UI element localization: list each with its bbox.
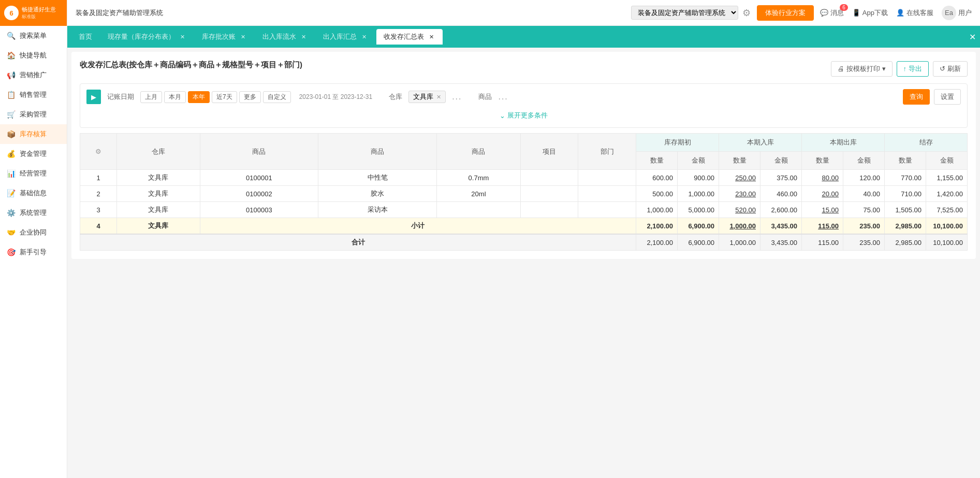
experience-btn[interactable]: 体验行业方案: [757, 5, 814, 21]
table-body: 1 文具库 0100001 中性笔 0.7mm 600.00 900.00 25…: [80, 170, 968, 235]
user-action[interactable]: Ea 用户: [942, 6, 972, 20]
sidebar-item-search[interactable]: 🔍 搜索菜单: [0, 26, 67, 46]
print-dropdown-icon: ▾: [882, 65, 886, 73]
phone-icon: 📱: [852, 9, 860, 17]
page-title: 收发存汇总表(按仓库＋商品编码＋商品＋规格型号＋项目＋部门): [80, 60, 302, 70]
close-tab-inout-summary[interactable]: ✕: [360, 33, 368, 41]
sidebar-item-system[interactable]: ⚙️ 系统管理: [0, 203, 67, 223]
online-service-action[interactable]: 👤 在线客服: [896, 8, 933, 18]
close-tab-recv-send-summary[interactable]: ✕: [427, 33, 435, 41]
tab-inout-flow[interactable]: 出入库流水✕: [255, 29, 315, 45]
row-out-qty[interactable]: 20.00: [802, 186, 843, 202]
close-tab-icon[interactable]: ✕: [969, 32, 976, 42]
service-icon: 👤: [896, 9, 904, 17]
user-avatar: Ea: [942, 6, 956, 20]
query-btn[interactable]: 查询: [903, 89, 930, 105]
tab-label-batch: 库存批次账: [202, 32, 236, 41]
sub-in-qty: 1,000.00: [719, 218, 760, 235]
messages-action[interactable]: 💬 消息 6: [820, 8, 844, 18]
sidebar-item-sales[interactable]: 📋 销售管理: [0, 85, 67, 105]
filter-bar: ▶ 记账日期 上月本月本年近7天更多自定义 2023-01-01 至 2023-…: [80, 83, 968, 128]
row-in-qty[interactable]: 250.00: [719, 170, 760, 186]
row-in-qty[interactable]: 520.00: [719, 202, 760, 218]
row-out-amt: 120.00: [843, 170, 885, 186]
row-close-amt: 1,155.00: [926, 170, 968, 186]
row-in-amt: 2,600.00: [760, 202, 802, 218]
finance-icon: 💰: [6, 149, 16, 158]
system-icon: ⚙️: [6, 208, 16, 218]
tab-inout-summary[interactable]: 出入库汇总✕: [316, 29, 375, 45]
top-header: 装备及固定资产辅助管理系统 装备及固定资产辅助管理系统 ⚙ 体验行业方案 💬 消…: [67, 0, 980, 26]
row-open-qty: 500.00: [636, 186, 678, 202]
date-label: 记账日期: [107, 92, 134, 102]
export-icon: ↑: [903, 65, 907, 73]
sidebar-label-marketing: 营销推广: [20, 70, 47, 80]
print-btn[interactable]: 🖨 按模板打印 ▾: [831, 61, 893, 77]
th-open-qty: 数量: [636, 152, 678, 170]
sidebar-item-quick-nav[interactable]: 🏠 快捷导航: [0, 46, 67, 65]
th-code: 商品: [200, 134, 318, 170]
date-btn-本年[interactable]: 本年: [188, 91, 210, 103]
total-out-amt: 235.00: [843, 234, 885, 251]
new-guide-icon: 🎯: [6, 248, 16, 257]
settings-btn[interactable]: 设置: [934, 89, 961, 105]
row-warehouse: 文具库: [117, 202, 200, 218]
th-settings[interactable]: ⚙: [80, 134, 117, 170]
sidebar-item-marketing[interactable]: 📢 营销推广: [0, 65, 67, 85]
sub-open-qty: 2,100.00: [636, 218, 678, 235]
goods-dots[interactable]: ...: [498, 92, 508, 102]
date-btn-自定义[interactable]: 自定义: [263, 91, 291, 103]
export-btn[interactable]: ↑ 导出: [897, 61, 929, 77]
tab-home[interactable]: 首页: [71, 29, 99, 45]
filter-row-1: ▶ 记账日期 上月本月本年近7天更多自定义 2023-01-01 至 2023-…: [86, 89, 961, 105]
th-open-amt: 金额: [678, 152, 719, 170]
expand-conditions-btn[interactable]: ⌄ 展开更多条件: [500, 111, 548, 120]
system-selector[interactable]: 装备及固定资产辅助管理系统: [631, 6, 738, 20]
row-close-qty: 710.00: [885, 186, 926, 202]
tab-inventory-dist[interactable]: 现存量（库存分布表）✕: [100, 29, 194, 45]
sidebar-label-enterprise: 企业协同: [20, 228, 47, 237]
sidebar-item-new-guide[interactable]: 🎯 新手引导: [0, 242, 67, 262]
row-out-qty[interactable]: 80.00: [802, 170, 843, 186]
warehouse-tag-close[interactable]: ✕: [436, 94, 441, 100]
date-btn-近7天[interactable]: 近7天: [212, 91, 237, 103]
close-tab-batch[interactable]: ✕: [239, 33, 247, 41]
date-btn-本月[interactable]: 本月: [164, 91, 186, 103]
date-btn-更多[interactable]: 更多: [239, 91, 261, 103]
sub-out-qty: 115.00: [802, 218, 843, 235]
sidebar-item-enterprise[interactable]: 🤝 企业协同: [0, 223, 67, 242]
app-download-action[interactable]: 📱 App下载: [852, 8, 888, 18]
row-in-qty[interactable]: 230.00: [719, 186, 760, 202]
date-btn-上月[interactable]: 上月: [140, 91, 162, 103]
th-outbound-group: 本期出库: [802, 134, 885, 152]
tab-batch[interactable]: 库存批次账✕: [195, 29, 254, 45]
sidebar-item-operations[interactable]: 📊 经营管理: [0, 164, 67, 183]
sidebar-item-purchase[interactable]: 🛒 采购管理: [0, 105, 67, 124]
warehouse-dots[interactable]: ...: [452, 92, 462, 102]
sidebar-item-inventory[interactable]: 📦 库存核算: [0, 124, 67, 144]
th-close-qty: 数量: [885, 152, 926, 170]
bell-icon: 💬: [820, 9, 828, 17]
tab-recv-send-summary[interactable]: 收发存汇总表✕: [376, 29, 443, 45]
sidebar-item-base-info[interactable]: 📝 基础信息: [0, 183, 67, 203]
sidebar-item-finance[interactable]: 💰 资金管理: [0, 144, 67, 164]
row-open-qty: 600.00: [636, 170, 678, 186]
sidebar-nav: 🔍 搜索菜单 🏠 快捷导航 📢 营销推广 📋 销售管理 🛒 采购管理 📦 库存核…: [0, 26, 67, 262]
refresh-btn[interactable]: ↺ 刷新: [933, 61, 968, 77]
row-out-qty[interactable]: 15.00: [802, 202, 843, 218]
settings-gear-icon[interactable]: ⚙: [742, 7, 751, 19]
sub-close-amt: 10,100.00: [926, 218, 968, 235]
row-name: 胶水: [318, 186, 437, 202]
sub-out-amt: 235.00: [843, 218, 885, 235]
table-row: 2 文具库 0100002 胶水 20ml 500.00 1,000.00 23…: [80, 186, 968, 202]
sidebar-label-search: 搜索菜单: [20, 31, 47, 40]
row-close-amt: 1,420.00: [926, 186, 968, 202]
close-tab-inventory-dist[interactable]: ✕: [178, 33, 186, 41]
collapse-arrow[interactable]: ▶: [86, 90, 101, 104]
row-name: 中性笔: [318, 170, 437, 186]
logo-badge: 标准版: [22, 13, 56, 20]
date-buttons: 上月本月本年近7天更多自定义: [140, 91, 291, 103]
row-in-amt: 375.00: [760, 170, 802, 186]
row-open-qty: 1,000.00: [636, 202, 678, 218]
close-tab-inout-flow[interactable]: ✕: [299, 33, 308, 41]
